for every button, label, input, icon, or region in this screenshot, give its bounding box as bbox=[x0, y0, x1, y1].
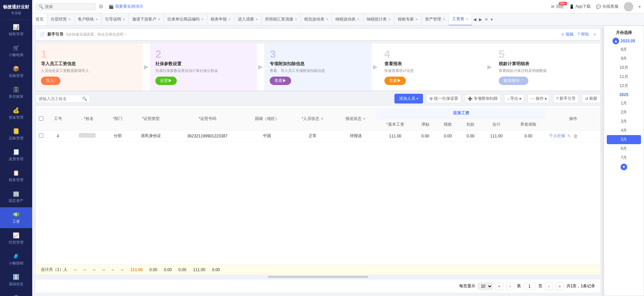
tab-13[interactable]: 资产管理 ✕ bbox=[422, 13, 449, 26]
sidebar-item-tax[interactable]: 📋 税务管理 bbox=[0, 166, 32, 186]
tab-close-icon[interactable]: ✕ bbox=[68, 17, 71, 21]
month-item-3[interactable]: 3月 bbox=[604, 117, 644, 126]
tab-close-icon[interactable]: ✕ bbox=[415, 17, 418, 21]
settings-gear-icon[interactable]: ⚙ bbox=[99, 3, 103, 10]
delete-icon[interactable]: 🗑 bbox=[573, 133, 578, 139]
messages-btn[interactable]: ✉ 消息 99+ bbox=[551, 4, 564, 9]
view-btn-4[interactable]: 查看▶ bbox=[384, 77, 406, 85]
user-avatar[interactable] bbox=[624, 2, 633, 11]
tab-close-icon[interactable]: ✕ bbox=[357, 17, 360, 21]
social-security-btn[interactable]: ⚙ 统一社保设置 bbox=[426, 94, 461, 103]
sidebar-item-finance[interactable]: 💰 资金管理 bbox=[0, 103, 32, 124]
sidebar-item-expense[interactable]: 🧳 小畅报销 bbox=[0, 249, 32, 270]
tab-prev-btn[interactable]: ◀ bbox=[472, 17, 478, 22]
tab-10[interactable]: 纳税波动表 ✕ bbox=[332, 13, 363, 26]
tab-5[interactable]: 往来单位商品编码 ✕ bbox=[164, 13, 207, 26]
month-item-4[interactable]: 4月 bbox=[604, 126, 644, 135]
send-filter-icon[interactable]: ▼ bbox=[363, 117, 366, 121]
tab-close-icon[interactable]: ✕ bbox=[228, 17, 231, 21]
edit-icon[interactable]: ✎ bbox=[567, 133, 571, 139]
tab-12[interactable]: 税检专家 ✕ bbox=[394, 13, 422, 26]
operations-btn[interactable]: ⋯ 操作 ▾ bbox=[528, 94, 550, 103]
tab-1[interactable]: 分层经营 ✕ bbox=[47, 13, 74, 26]
tab-home[interactable]: 首页 bbox=[32, 13, 47, 26]
select-all-checkbox[interactable] bbox=[39, 116, 43, 121]
user-menu[interactable]: ▾ bbox=[639, 4, 641, 9]
step-btn-1[interactable]: 导入↑ bbox=[41, 77, 60, 85]
month-nav-down-btn[interactable]: ▼ bbox=[621, 164, 627, 170]
status-filter-icon[interactable]: ▼ bbox=[320, 117, 324, 121]
sidebar-item-system[interactable]: ⚙️ 系统管理 bbox=[0, 291, 32, 296]
month-item-8[interactable]: 8月 bbox=[604, 45, 644, 54]
page-size-select[interactable]: 10 20 50 bbox=[478, 283, 493, 290]
topbar-search[interactable]: 🔍 bbox=[36, 3, 96, 10]
month-item-5[interactable]: 5月 bbox=[607, 135, 641, 144]
tab-salary[interactable]: 工资表 ✕ bbox=[449, 13, 472, 26]
row-checkbox[interactable] bbox=[39, 133, 43, 138]
month-nav-up-btn[interactable]: ▲ bbox=[612, 38, 619, 44]
tab-close-icon[interactable]: ✕ bbox=[326, 17, 328, 21]
sidebar-item-invoice[interactable]: 🧾 发票管理 bbox=[0, 145, 32, 166]
month-item-2[interactable]: 2月 bbox=[604, 108, 644, 117]
month-item-6[interactable]: 6月 bbox=[604, 144, 644, 153]
tab-9[interactable]: 税负波动表 ✕ bbox=[301, 13, 332, 26]
page-first-btn[interactable]: « bbox=[495, 282, 503, 290]
tab-close-icon[interactable]: ✕ bbox=[442, 17, 445, 21]
tab-close-icon[interactable]: ✕ bbox=[122, 17, 125, 21]
tab-close-icon[interactable]: ✕ bbox=[158, 17, 160, 21]
guide-help-btn[interactable]: ? 帮助 bbox=[578, 32, 589, 37]
page-last-btn[interactable]: » bbox=[556, 282, 564, 290]
sort-icon[interactable]: ↕ bbox=[81, 117, 83, 121]
tab-close-icon[interactable]: ✕ bbox=[255, 17, 258, 21]
guide-close-btn[interactable]: ✕ bbox=[593, 32, 596, 37]
personal-social-security-link[interactable]: 个人社保 bbox=[549, 133, 565, 139]
tab-4[interactable]: 邀请下游客户 ✕ bbox=[129, 13, 164, 26]
sidebar-item-management[interactable]: 📈 经营管理 bbox=[0, 228, 32, 249]
wait-btn[interactable]: 敬请期待↗ bbox=[499, 77, 528, 85]
step-btn-5[interactable]: 敬请期待↗ bbox=[499, 77, 528, 85]
tab-8[interactable]: 所得税汇算清缴 ✕ bbox=[262, 13, 301, 26]
search-input[interactable] bbox=[45, 4, 92, 9]
step-btn-2[interactable]: 设置▶ bbox=[155, 77, 177, 85]
employee-search-input[interactable] bbox=[39, 96, 82, 101]
import-btn[interactable]: 导入↑ bbox=[41, 77, 60, 85]
setup-btn[interactable]: 设置▶ bbox=[155, 77, 177, 85]
tab-next-btn[interactable]: ▶ bbox=[478, 17, 483, 22]
month-item-12[interactable]: 12月 bbox=[604, 81, 644, 90]
tab-11[interactable]: 纳税统计表 ✕ bbox=[363, 13, 394, 26]
step-btn-3[interactable]: 查看▶ bbox=[270, 77, 291, 85]
new-guide-btn[interactable]: ? 新手引导 bbox=[553, 94, 579, 103]
scrollbar-thumb[interactable] bbox=[268, 276, 368, 278]
sidebar-item-inventory[interactable]: 🗄️ 库存核算 bbox=[0, 82, 32, 103]
sidebar-item-assets[interactable]: 🏢 固定资产 bbox=[0, 186, 32, 207]
tab-dropdown-btn[interactable]: ▾ bbox=[489, 17, 494, 22]
sidebar-item-ecommerce[interactable]: 🛒 小畅电商 bbox=[0, 41, 32, 61]
demo-link[interactable]: 🎬 我要看实例演示 bbox=[109, 4, 143, 9]
tab-close-icon[interactable]: ✕ bbox=[201, 17, 204, 21]
tab-6[interactable]: 税务申报 ✕ bbox=[207, 13, 234, 26]
view-btn-3[interactable]: 查看▶ bbox=[270, 77, 291, 85]
month-item-9[interactable]: 9月 bbox=[604, 54, 644, 63]
month-item-11[interactable]: 11月 bbox=[604, 72, 644, 81]
month-item-10[interactable]: 10月 bbox=[604, 63, 644, 72]
app-download-btn[interactable]: 📱 App下载 bbox=[569, 4, 591, 9]
tab-close-icon[interactable]: ✕ bbox=[388, 17, 391, 21]
export-btn[interactable]: ↓ 导出 ▾ bbox=[504, 94, 524, 103]
special-deduction-btn[interactable]: ➕ 专项附加扣除 bbox=[465, 94, 501, 103]
sidebar-item-ledger[interactable]: 📒 总账管理 bbox=[0, 124, 32, 145]
page-prev-btn[interactable]: ‹ bbox=[506, 282, 514, 290]
refresh-btn[interactable]: ↺ 刷新 bbox=[582, 94, 600, 103]
month-year-2025[interactable]: 2025 bbox=[604, 90, 644, 99]
tab-close-icon[interactable]: ✕ bbox=[95, 17, 98, 21]
sidebar-item-sales[interactable]: 📊 销售管理 bbox=[0, 20, 32, 41]
tab-7[interactable]: 进入清册 ✕ bbox=[234, 13, 262, 26]
online-service-btn[interactable]: 💬 在线客服 bbox=[596, 4, 619, 9]
page-input[interactable] bbox=[524, 283, 536, 290]
tab-2[interactable]: 客户联络 ✕ bbox=[74, 13, 102, 26]
tab-close-icon[interactable]: ✕ bbox=[294, 17, 297, 21]
month-item-7[interactable]: 7月 bbox=[604, 153, 644, 162]
employee-search[interactable]: 🔍 bbox=[36, 95, 90, 103]
page-next-btn[interactable]: › bbox=[545, 282, 553, 290]
tab-close-all-btn[interactable]: ✕ bbox=[483, 17, 489, 22]
sidebar-item-salary[interactable]: 💵 工资 bbox=[0, 207, 32, 228]
